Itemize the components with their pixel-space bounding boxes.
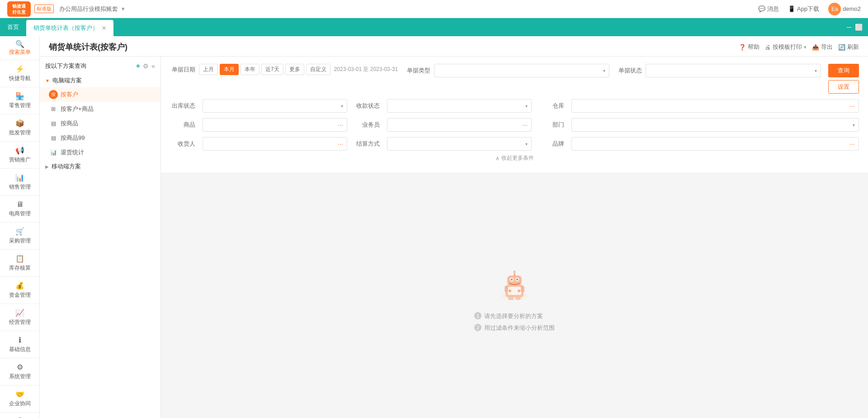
tree-item-product99[interactable]: ▤ 按商品99 [40, 131, 160, 145]
collapse-button[interactable]: ∧ 收起更多条件 [170, 151, 859, 166]
recipient-select[interactable]: ··· [203, 137, 347, 151]
tab-home[interactable]: 首页 [0, 18, 26, 36]
svg-point-11 [516, 279, 518, 280]
svg-rect-15 [515, 297, 521, 300]
sidebar-item-basic-info[interactable]: ℹ 基础信息 [0, 331, 39, 358]
avatar: Ea [828, 3, 841, 15]
salesperson-select[interactable]: ··· [387, 118, 532, 132]
content-area: 销货单统计表(按客户) ❓ 帮助 🖨 按模板打印 ▾ 📤 导出 🔄 刷新 [40, 36, 868, 418]
tab-close-icon[interactable]: ✕ [102, 25, 106, 31]
refresh-icon: 🔄 [838, 44, 845, 51]
department-dropdown-icon: ▾ [853, 123, 855, 128]
outbound-select[interactable]: ▾ [203, 99, 347, 113]
export-icon: 📤 [812, 44, 819, 51]
doc-status-select[interactable]: ▾ [646, 64, 821, 77]
settlement-select[interactable]: ▾ [387, 137, 532, 151]
sidebar-item-wholesale[interactable]: 📦 批发管理 [0, 114, 39, 142]
export-button[interactable]: 📤 导出 [812, 43, 833, 51]
product-icon: ▤ [49, 119, 58, 128]
panel-actions: + ⚙ « [136, 62, 155, 70]
date-range-display: 2023-03-01 至 2023-03-31 [334, 66, 398, 73]
sidebar-item-sales[interactable]: 📊 销售管理 [0, 169, 39, 196]
basic-info-icon: ℹ [19, 336, 21, 344]
app-download-button[interactable]: 📱 App下载 [788, 5, 819, 13]
date-btn-7days[interactable]: 近7天 [261, 64, 283, 75]
empty-state: 1 请先选择要分析的方案 2 用过滤条件来缩小分析范围 [161, 173, 868, 418]
sidebar-item-operations[interactable]: 📈 经营管理 [0, 304, 39, 331]
empty-tip-2: 2 用过滤条件来缩小分析范围 [474, 324, 555, 332]
tab-sales-stats[interactable]: 销货单统计表（按客户） ✕ [26, 20, 113, 36]
tree-section-desktop[interactable]: ▼ 电脑端方案 [40, 74, 160, 87]
print-button[interactable]: 🖨 按模板打印 ▾ [765, 43, 807, 51]
tree-item-by-customer[interactable]: 按 按客户 [40, 87, 160, 102]
wholesale-icon: 📦 [15, 119, 24, 128]
payment-select[interactable]: ▾ [387, 99, 532, 113]
filter-area: 单据日期 上月 本月 本年 近7天 更多 自定义 2023-03-01 至 20… [161, 57, 868, 173]
maximize-icon[interactable]: ⬜ [855, 24, 863, 31]
tree-mobile-label: 移动端方案 [52, 162, 81, 171]
message-button[interactable]: 💬 消息 [758, 5, 779, 13]
sidebar-item-finance[interactable]: 💰 资金管理 [0, 277, 39, 304]
panel-add-button[interactable]: + [136, 62, 140, 70]
sidebar-item-inventory[interactable]: 📋 库存核算 [0, 250, 39, 277]
svg-point-4 [518, 290, 520, 292]
tree-item-customer-product[interactable]: ⊞ 按客户+商品 [40, 102, 160, 116]
settings-button[interactable]: 设置 [828, 80, 859, 94]
warehouse-dots-icon[interactable]: ··· [849, 102, 855, 109]
minimize-icon[interactable]: ─ [847, 24, 851, 31]
query-button[interactable]: 查询 [828, 64, 859, 77]
sidebar-item-retail[interactable]: 🏪 零售管理 [0, 87, 39, 114]
date-btn-more[interactable]: 更多 [285, 64, 304, 75]
svg-point-13 [513, 271, 516, 273]
product-select[interactable]: ··· [203, 118, 347, 132]
sales-icon: 📊 [15, 173, 24, 182]
sidebar-item-marketing[interactable]: 📢 营销推广 [0, 142, 39, 169]
date-btn-this-month[interactable]: 本月 [220, 64, 239, 75]
refresh-button[interactable]: 🔄 刷新 [838, 43, 859, 51]
brand-select[interactable]: ··· [571, 137, 859, 151]
department-select[interactable]: ▾ [571, 118, 859, 132]
date-btn-this-year[interactable]: 本年 [241, 64, 259, 75]
recipient-dots-icon[interactable]: ··· [338, 140, 343, 147]
user-menu[interactable]: Ea demo2 [828, 3, 861, 15]
date-btn-last-month[interactable]: 上月 [199, 64, 218, 75]
warehouse-select[interactable]: ··· [571, 99, 859, 113]
brand-dots-icon[interactable]: ··· [849, 140, 855, 147]
sidebar-item-purchase[interactable]: 🛒 采购管理 [0, 223, 39, 250]
right-panel: 单据日期 上月 本月 本年 近7天 更多 自定义 2023-03-01 至 20… [161, 57, 868, 418]
window-controls: ─ ⬜ [847, 24, 868, 31]
sidebar-item-search[interactable]: 🔍 搜索菜单 [0, 36, 39, 60]
sidebar-item-ecommerce[interactable]: 🖥 电商管理 [0, 196, 39, 223]
panel-settings-button[interactable]: ⚙ [143, 62, 149, 70]
header-actions: ❓ 帮助 🖨 按模板打印 ▾ 📤 导出 🔄 刷新 [739, 43, 859, 51]
help-button[interactable]: ❓ 帮助 [739, 43, 760, 51]
app-label: 标准版 [34, 5, 54, 13]
tree-item-return-stats[interactable]: 📊 退货统计 [40, 145, 160, 160]
sidebar-item-quick-nav[interactable]: ⚡ 快捷导航 [0, 60, 39, 87]
content-header: 销货单统计表(按客户) ❓ 帮助 🖨 按模板打印 ▾ 📤 导出 🔄 刷新 [40, 36, 868, 57]
sidebar-item-enterprise[interactable]: 🤝 企业协同 [0, 385, 39, 413]
dropdown-icon[interactable]: ▾ [122, 5, 125, 12]
top-bar: 畅捷通 好生意 标准版 办公用品行业模拟账套 ▾ 💬 消息 📱 App下载 Ea… [0, 0, 868, 18]
tree-mobile-arrow-icon: ▶ [45, 164, 49, 169]
print-dropdown-icon[interactable]: ▾ [804, 44, 807, 50]
salesperson-dots-icon[interactable]: ··· [522, 121, 528, 128]
doc-type-select[interactable]: ▾ [434, 64, 609, 77]
customer-icon: 按 [49, 90, 58, 99]
warehouse-label: 仓库 [539, 102, 564, 110]
sidebar-item-system[interactable]: ⚙ 系统管理 [0, 358, 39, 385]
marketing-icon: 📢 [15, 146, 24, 155]
app-subtitle: 办公用品行业模拟账套 [59, 5, 118, 13]
product-dots-icon[interactable]: ··· [338, 121, 343, 128]
return-icon: 📊 [49, 148, 58, 157]
tree-section-mobile[interactable]: ▶ 移动端方案 [40, 160, 160, 173]
page-title: 销货单统计表(按客户) [49, 42, 127, 52]
tree-item-by-product[interactable]: ▤ 按商品 [40, 116, 160, 131]
date-btn-custom[interactable]: 自定义 [306, 64, 330, 75]
empty-illustration [492, 260, 537, 305]
sidebar-item-guide[interactable]: 🎯 新手引导 [0, 413, 39, 418]
svg-rect-6 [521, 286, 524, 292]
empty-tip-1: 1 请先选择要分析的方案 [474, 312, 555, 320]
salesperson-label: 业务员 [354, 121, 380, 129]
panel-collapse-button[interactable]: « [151, 62, 155, 70]
